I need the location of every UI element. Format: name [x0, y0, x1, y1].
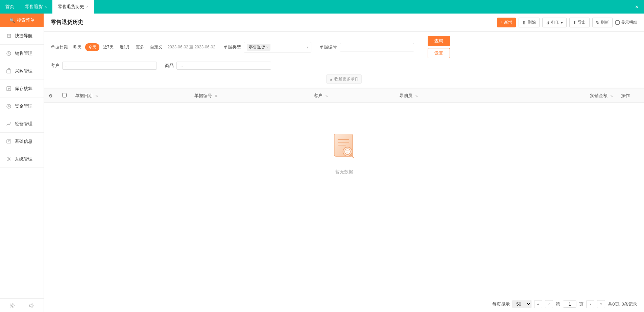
- sidebar-item-basic-info[interactable]: 基础信息: [0, 133, 44, 150]
- date-btn-custom[interactable]: 自定义: [148, 43, 165, 51]
- svg-point-5: [8, 158, 10, 160]
- col-doc-date[interactable]: 单据日期 ⇅: [71, 89, 190, 103]
- filter-area: 单据日期 昨天 今天 近7天 近1月 更多 自定义 2023-06-02 至 2…: [44, 32, 644, 88]
- guide-sort-icon: ⇅: [415, 94, 418, 98]
- top-bar: 首页 零售退货 × 零售退货历史 × ✕: [0, 0, 644, 14]
- col-doc-date-label: 单据日期: [75, 93, 93, 98]
- table-header-row: ⚙ 单据日期 ⇅ 单据编号 ⇅: [44, 89, 644, 103]
- customer-select[interactable]: ...: [62, 62, 157, 70]
- inventory-calc-icon: [5, 85, 12, 92]
- print-button[interactable]: 🖨 打印 ▾: [542, 18, 567, 27]
- sales-mgmt-icon: [5, 50, 12, 57]
- doc-type-chevron-icon: ▾: [307, 45, 308, 49]
- goods-select[interactable]: ...: [176, 62, 271, 70]
- col-customer[interactable]: 客户 ⇅: [310, 89, 395, 103]
- basic-info-icon: [5, 138, 12, 145]
- sidebar-item-operations-mgmt-label: 经营管理: [15, 121, 32, 127]
- select-all-checkbox[interactable]: [62, 93, 67, 97]
- empty-illustration: [327, 130, 361, 163]
- query-button[interactable]: 查询: [428, 36, 450, 46]
- sidebar-item-system-mgmt[interactable]: 系统管理: [0, 150, 44, 168]
- date-btn-last7[interactable]: 近7天: [101, 43, 116, 51]
- col-customer-label: 客户: [314, 93, 323, 98]
- sidebar-item-operations-mgmt[interactable]: 经营管理: [0, 115, 44, 133]
- svg-rect-1: [7, 70, 11, 73]
- sidebar-menu: ⊞ 快捷导航 销售管理 采购管理 库存核算: [0, 27, 44, 298]
- page-num-input[interactable]: [563, 300, 576, 308]
- page-size-select[interactable]: 50 10 20 100: [512, 300, 531, 308]
- amount-sort-icon: ⇅: [610, 94, 613, 98]
- tab-retail-return[interactable]: 零售退货 ×: [20, 0, 52, 14]
- table-area: ⚙ 单据日期 ⇅ 单据编号 ⇅: [44, 89, 644, 296]
- empty-state-row: 暂无数据: [44, 103, 644, 202]
- filter-doc-num: 单据编号: [319, 43, 414, 51]
- customer-filter-label: 客户: [51, 63, 59, 69]
- tab-retail-return-close[interactable]: ×: [45, 4, 47, 9]
- operations-mgmt-icon: [5, 120, 12, 127]
- tab-home[interactable]: 首页: [0, 0, 20, 14]
- col-guide[interactable]: 导购员 ⇅: [395, 89, 498, 103]
- goods-filter-label: 商品: [165, 63, 174, 69]
- quick-nav-icon: ⊞: [5, 32, 12, 39]
- table-body: 暂无数据: [44, 103, 644, 202]
- sidebar-item-quick-nav[interactable]: ⊞ 快捷导航: [0, 27, 44, 45]
- display-detail-checkbox[interactable]: [615, 20, 620, 25]
- tab-retail-return-history[interactable]: 零售退货历史 ×: [52, 0, 94, 14]
- col-checkbox[interactable]: [57, 89, 71, 103]
- first-page-button[interactable]: «: [534, 300, 542, 308]
- prev-page-button[interactable]: ‹: [545, 300, 553, 308]
- query-settings-group: 查询 设置: [428, 36, 450, 58]
- collapse-button[interactable]: ▲ 收起更多条件: [326, 74, 362, 84]
- sidebar-item-purchase-mgmt-label: 采购管理: [15, 68, 32, 74]
- page-label: 第: [556, 301, 560, 307]
- sidebar-item-inventory-calc[interactable]: 库存核算: [0, 80, 44, 97]
- top-bar-close[interactable]: ✕: [635, 4, 644, 9]
- page-unit: 页: [579, 301, 583, 307]
- filter-row-2: 客户 ... 商品 ...: [51, 62, 637, 70]
- doc-type-tag: 零售退货 ×: [247, 44, 270, 51]
- sidebar-item-fund-mgmt-label: 资金管理: [15, 103, 32, 109]
- filter-settings-button[interactable]: 设置: [428, 48, 450, 58]
- new-button[interactable]: + 新增: [497, 18, 516, 27]
- tab-retail-return-history-close[interactable]: ×: [86, 4, 89, 9]
- tab-retail-return-history-label: 零售退货历史: [58, 4, 84, 10]
- sidebar-settings-btn[interactable]: [7, 300, 18, 311]
- date-btn-today[interactable]: 今天: [85, 43, 99, 51]
- page-header: 零售退货历史 + 新增 🗑 删除 🖨 打印 ▾ ⬆ 导出 ↻: [44, 14, 644, 32]
- page-actions: + 新增 🗑 删除 🖨 打印 ▾ ⬆ 导出 ↻ 刷新: [497, 18, 637, 27]
- col-settings[interactable]: ⚙: [44, 89, 57, 103]
- refresh-button[interactable]: ↻ 刷新: [592, 18, 613, 27]
- print-chevron-icon: ▾: [561, 20, 563, 25]
- sidebar-item-quick-nav-label: 快捷导航: [15, 33, 32, 39]
- customer-placeholder: ...: [65, 63, 69, 68]
- doc-num-input[interactable]: [340, 43, 414, 51]
- date-btn-more[interactable]: 更多: [134, 43, 146, 51]
- display-detail-label: 显示明细: [621, 20, 637, 25]
- last-page-button[interactable]: »: [597, 300, 605, 308]
- next-page-button[interactable]: ›: [586, 300, 594, 308]
- doc-type-select[interactable]: 零售退货 × ▾: [244, 42, 311, 52]
- page-size-label: 每页显示: [492, 301, 510, 307]
- sidebar-item-sales-mgmt[interactable]: 销售管理: [0, 45, 44, 62]
- export-icon: ⬆: [573, 20, 576, 25]
- sidebar: 🔍 搜索菜单 ⊞ 快捷导航 销售管理 采购管理: [0, 14, 44, 312]
- delete-button[interactable]: 🗑 删除: [519, 18, 540, 27]
- col-doc-num-label: 单据编号: [194, 93, 212, 98]
- date-btn-yesterday[interactable]: 昨天: [71, 43, 84, 51]
- date-btn-last1m[interactable]: 近1月: [117, 43, 133, 51]
- col-amount[interactable]: 实销金额 ⇅: [498, 89, 617, 103]
- fund-mgmt-icon: [5, 103, 12, 110]
- sidebar-volume-btn[interactable]: [26, 300, 37, 311]
- export-button[interactable]: ⬆ 导出: [569, 18, 590, 27]
- tab-retail-return-label: 零售退货: [25, 4, 43, 10]
- sidebar-search[interactable]: 🔍 搜索菜单: [0, 14, 44, 27]
- sidebar-item-fund-mgmt[interactable]: 资金管理: [0, 97, 44, 115]
- sidebar-item-purchase-mgmt[interactable]: 采购管理: [0, 62, 44, 80]
- purchase-mgmt-icon: [5, 68, 12, 74]
- filter-date: 单据日期 昨天 今天 近7天 近1月 更多 自定义 2023-06-02 至 2…: [51, 43, 215, 51]
- collapse-icon: ▲: [329, 77, 333, 82]
- col-doc-num[interactable]: 单据编号 ⇅: [190, 89, 310, 103]
- doc-type-remove[interactable]: ×: [266, 45, 268, 49]
- doc-type-label: 单据类型: [223, 44, 241, 50]
- filter-customer: 客户 ...: [51, 62, 157, 70]
